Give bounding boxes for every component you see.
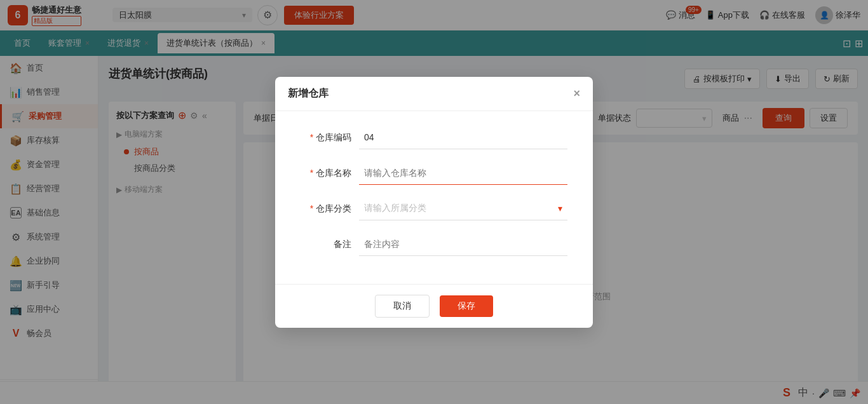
save-button[interactable]: 保存: [440, 295, 493, 317]
code-input[interactable]: [359, 126, 567, 149]
dialog-title: 新增仓库: [288, 87, 329, 100]
name-label: 仓库名称: [301, 168, 351, 179]
form-row-name: 仓库名称: [301, 162, 567, 185]
category-placeholder: 请输入所属分类: [364, 203, 426, 214]
remark-input[interactable]: [359, 233, 567, 256]
dialog-close-button[interactable]: ×: [573, 88, 580, 99]
dialog-footer: 取消 保存: [275, 284, 593, 328]
dialog-header: 新增仓库 ×: [275, 77, 593, 111]
dialog-overlay[interactable]: 新增仓库 × 仓库编码 仓库名称 仓库分类 请输入所属分类 ▾: [0, 0, 868, 404]
remark-label: 备注: [301, 239, 351, 250]
form-row-remark: 备注: [301, 233, 567, 256]
chevron-category-icon: ▾: [558, 203, 562, 213]
category-label: 仓库分类: [301, 203, 351, 215]
name-input[interactable]: [359, 162, 567, 185]
category-select[interactable]: 请输入所属分类 ▾: [359, 198, 567, 220]
new-warehouse-dialog: 新增仓库 × 仓库编码 仓库名称 仓库分类 请输入所属分类 ▾: [275, 77, 593, 328]
form-row-code: 仓库编码: [301, 126, 567, 149]
cancel-button[interactable]: 取消: [375, 295, 430, 318]
form-row-category: 仓库分类 请输入所属分类 ▾: [301, 198, 567, 220]
dialog-body: 仓库编码 仓库名称 仓库分类 请输入所属分类 ▾ 备注: [275, 111, 593, 284]
code-label: 仓库编码: [301, 132, 351, 144]
